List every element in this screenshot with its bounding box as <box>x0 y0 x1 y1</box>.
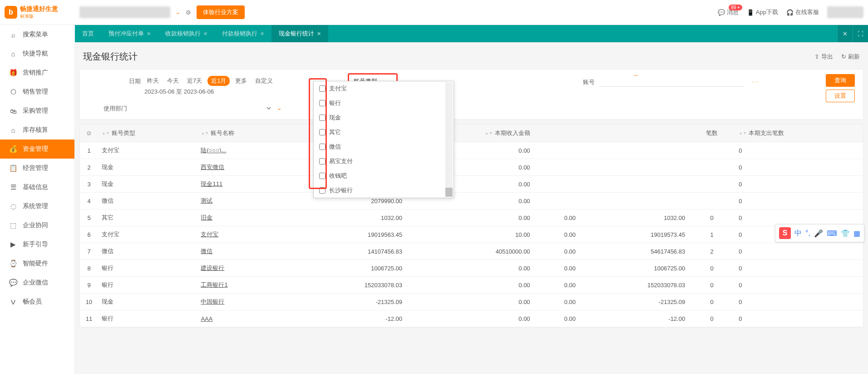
sidebar-item[interactable]: ☰基础信息 <box>0 178 74 197</box>
sidebar-item[interactable]: 📋经营管理 <box>0 159 74 178</box>
dropdown-checkbox[interactable] <box>319 158 326 165</box>
col-out-count[interactable]: ▲▼本期支出笔数 <box>735 125 863 142</box>
col-account-type[interactable]: ▲▼账号类型 <box>98 125 197 142</box>
table-settings-column[interactable]: ⚙ <box>80 125 98 142</box>
table-row[interactable]: 10现金中国银行-21325.090.000.00-21325.0900 <box>80 294 863 310</box>
col-count[interactable]: 笔数 <box>689 125 735 142</box>
table-row[interactable]: 8银行建设银行1006725.000.000.001006725.0000 <box>80 260 863 277</box>
close-icon[interactable]: ✕ <box>317 31 321 37</box>
sidebar-item[interactable]: 💰资金管理 <box>0 140 74 159</box>
close-icon[interactable]: ✕ <box>203 31 207 37</box>
dropdown-checkbox[interactable] <box>319 144 326 150</box>
cell-account-name[interactable]: 现金111 <box>197 176 296 193</box>
table-row[interactable]: 9银行工商银行1152033078.030.000.00152033078.03… <box>80 277 863 294</box>
date-option[interactable]: 近1月 <box>207 76 230 86</box>
cell-account-name[interactable]: AAA <box>197 310 296 327</box>
account-type-dropdown[interactable]: 支付宝银行现金其它微信易宝支付收钱吧长沙银行 <box>313 81 454 198</box>
dropdown-checkbox[interactable] <box>319 187 326 194</box>
ime-lang[interactable]: 中 <box>794 229 802 238</box>
sidebar-item[interactable]: ⌕搜索菜单 <box>0 25 74 44</box>
table-row[interactable]: 7微信微信14107456.8340510000.000.0054617456.… <box>80 243 863 260</box>
tab[interactable]: 收款核销执行✕ <box>158 25 215 42</box>
dropdown-item[interactable]: 银行 <box>314 96 454 110</box>
user-avatar[interactable] <box>827 6 863 18</box>
sidebar-item[interactable]: ⬡销售管理 <box>0 82 74 101</box>
sidebar-item[interactable]: ⌂快捷导航 <box>0 44 74 63</box>
messages-button[interactable]: 💬 消息 99 + <box>718 8 739 16</box>
dropdown-item[interactable]: 长沙银行 <box>314 183 454 198</box>
tab[interactable]: 现金银行统计✕ <box>271 25 328 42</box>
tab[interactable]: 付款核销执行✕ <box>215 25 271 42</box>
table-row[interactable]: 4微信测试2079990.000.000 <box>80 193 863 209</box>
date-option[interactable]: 昨天 <box>144 76 162 86</box>
dropdown-item[interactable]: 微信 <box>314 140 454 154</box>
ime-toolbar[interactable]: S 中 °, 🎤 ⌨ 👕 ▦ <box>775 224 864 242</box>
ime-keyboard-icon[interactable]: ⌨ <box>827 229 837 238</box>
ime-skin-icon[interactable]: 👕 <box>841 229 850 238</box>
dropdown-item[interactable]: 现金 <box>314 110 454 125</box>
online-service-button[interactable]: 🎧 在线客服 <box>786 8 819 16</box>
sidebar-item[interactable]: 🎁营销推广 <box>0 63 74 82</box>
refresh-button[interactable]: ↻刷新 <box>841 53 860 61</box>
cell-account-name[interactable]: 建设银行 <box>197 260 296 277</box>
dropdown-item[interactable]: 易宝支付 <box>314 154 454 169</box>
ime-punct-icon[interactable]: °, <box>805 229 810 237</box>
cell-account-name[interactable]: 旧金 <box>197 209 296 226</box>
date-option[interactable]: 近7天 <box>184 76 205 86</box>
cell-account-name[interactable]: 支付宝 <box>197 226 296 243</box>
query-button[interactable]: 查询 <box>826 74 855 87</box>
dept-select[interactable] <box>132 104 272 112</box>
chevron-down-icon[interactable]: ⌄ <box>277 105 282 111</box>
expand-tabs-button[interactable]: ⛶ <box>853 25 868 42</box>
table-row[interactable]: 3现金现金11153337567.780.000 <box>80 176 863 193</box>
export-button[interactable]: ⇪导出 <box>814 53 833 61</box>
sidebar-item[interactable]: V畅会员 <box>0 292 74 311</box>
dropdown-checkbox[interactable] <box>319 100 326 106</box>
table-row[interactable]: 6支付宝支付宝19019563.4510.000.0019019573.4510 <box>80 226 863 243</box>
cell-account-name[interactable]: 测试 <box>197 193 296 209</box>
ime-toolbox-icon[interactable]: ▦ <box>853 229 860 238</box>
close-icon[interactable]: ✕ <box>260 31 264 37</box>
col-account-name[interactable]: ▲▼账号名称 <box>197 125 296 142</box>
close-all-tabs-button[interactable]: ✕ <box>837 25 853 42</box>
sidebar-item[interactable]: ⌚智能硬件 <box>0 254 74 273</box>
cell-account-name[interactable]: 中国银行 <box>197 294 296 310</box>
org-selector[interactable] <box>79 6 170 18</box>
close-icon[interactable]: ✕ <box>147 31 151 37</box>
date-option[interactable]: 今天 <box>164 76 182 86</box>
ime-mic-icon[interactable]: 🎤 <box>814 229 823 238</box>
dropdown-item[interactable]: 其它 <box>314 125 454 140</box>
cell-account-name[interactable]: 工商银行1 <box>197 277 296 294</box>
table-row[interactable]: 11银行AAA-12.000.000.00-12.0000 <box>80 310 863 327</box>
settings-button[interactable]: 设置 <box>826 90 855 102</box>
cell-account-name[interactable]: 陆(○○○)... <box>197 142 296 159</box>
tab[interactable]: 首页 <box>75 25 101 42</box>
sidebar-item[interactable]: ▶新手引导 <box>0 235 74 254</box>
sidebar-item[interactable]: 💬企业微信 <box>0 273 74 292</box>
dropdown-item[interactable]: 收钱吧 <box>314 169 454 183</box>
dropdown-item[interactable]: 支付宝 <box>314 81 454 96</box>
account-input[interactable] <box>599 76 745 87</box>
industry-solution-button[interactable]: 体验行业方案 <box>197 5 245 19</box>
app-download-button[interactable]: 📱 App下载 <box>747 8 778 16</box>
dropdown-checkbox[interactable] <box>319 129 326 135</box>
table-row[interactable]: 2现金西安微信-40990.000.000 <box>80 159 863 176</box>
sidebar-item[interactable]: ⬚企业协同 <box>0 216 74 235</box>
table-row[interactable]: 5其它旧金1032.000.000.001032.0000 <box>80 209 863 226</box>
chevron-down-icon[interactable]: ⌄ <box>176 9 180 15</box>
cell-account-name[interactable]: 微信 <box>197 243 296 260</box>
sidebar-item[interactable]: ◌系统管理 <box>0 197 74 216</box>
more-filters-button[interactable]: ··· <box>752 78 760 85</box>
dropdown-checkbox[interactable] <box>319 115 326 121</box>
dropdown-scroll-thumb[interactable] <box>445 188 453 197</box>
sidebar-item[interactable]: 🛍采购管理 <box>0 101 74 120</box>
gear-icon[interactable]: ⚙ <box>186 9 191 16</box>
date-option[interactable]: 更多 <box>232 76 250 86</box>
tab[interactable]: 预付冲应付单✕ <box>101 25 158 42</box>
date-option[interactable]: 自定义 <box>252 76 276 86</box>
cell-account-name[interactable]: 西安微信 <box>197 159 296 176</box>
dropdown-checkbox[interactable] <box>319 173 326 179</box>
sidebar-item[interactable]: ⌂库存核算 <box>0 120 74 140</box>
table-row[interactable]: 1支付宝陆(○○○)...-10000.000.000 <box>80 142 863 159</box>
dropdown-checkbox[interactable] <box>319 85 326 92</box>
